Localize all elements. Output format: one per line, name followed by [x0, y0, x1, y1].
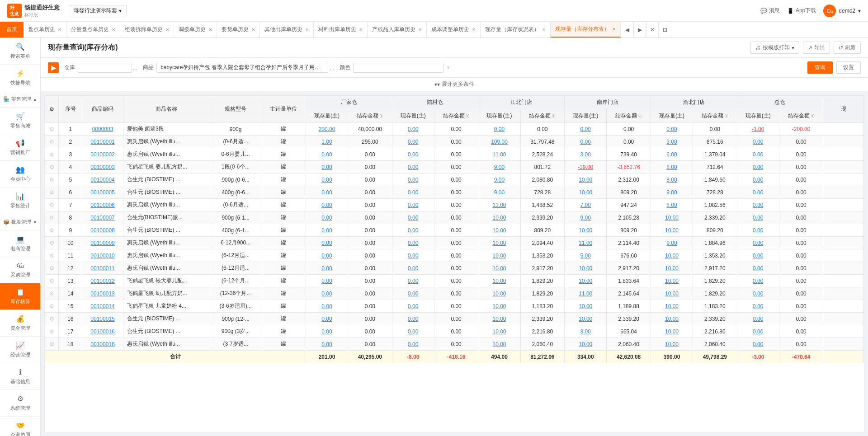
goods-dots[interactable]: ...: [330, 65, 334, 70]
cell-lc-qty[interactable]: 0.00: [392, 199, 434, 211]
warehouse-dots[interactable]: ...: [133, 65, 137, 71]
cell-yb-qty[interactable]: 0.00: [651, 123, 693, 136]
cell-na-qty[interactable]: -39.00: [565, 161, 607, 173]
sidebar-item-shortcut[interactable]: ⚡ 快捷导航: [0, 65, 40, 91]
row-settings-icon[interactable]: ⚙: [49, 341, 54, 347]
tab-prev-btn[interactable]: ◀: [621, 22, 633, 38]
cell-lc-qty[interactable]: 0.00: [392, 123, 434, 136]
cell-yb-qty[interactable]: 10.00: [651, 338, 693, 351]
cell-code[interactable]: 00100009: [82, 237, 123, 249]
cell-jb-qty[interactable]: 10.00: [478, 275, 520, 287]
close-icon[interactable]: ✕: [542, 27, 546, 32]
cell-na-qty[interactable]: 0.00: [565, 136, 607, 148]
cell-tot-qty[interactable]: 0.00: [737, 249, 779, 262]
tab-other-out[interactable]: 其他出库单历史 ✕: [260, 22, 314, 38]
settings-icon2[interactable]: ⚙: [49, 106, 54, 113]
row-settings-icon[interactable]: ⚙: [49, 126, 54, 132]
row-settings-icon[interactable]: ⚙: [49, 139, 54, 145]
tab-requisition[interactable]: 要货单历史 ✕: [217, 22, 260, 38]
cell-tot-qty[interactable]: 0.00: [737, 161, 779, 173]
close-icon[interactable]: ✕: [418, 27, 422, 32]
cell-settings[interactable]: ⚙: [45, 123, 59, 136]
cell-cj-qty[interactable]: 0.00: [306, 224, 348, 237]
cell-na-qty[interactable]: 10.00: [565, 275, 607, 287]
cell-settings[interactable]: ⚙: [45, 338, 59, 351]
cell-yb-qty[interactable]: 10.00: [651, 211, 693, 224]
cell-lc-qty[interactable]: 0.00: [392, 136, 434, 148]
cell-yb-qty[interactable]: 9.00: [651, 186, 693, 199]
cell-cj-qty[interactable]: 200.00: [306, 123, 348, 136]
cell-tot-qty[interactable]: 0.00: [737, 275, 779, 287]
tab-stock-status[interactable]: 现存量（库存状况表） ✕: [481, 22, 551, 38]
cell-tot-qty[interactable]: 0.00: [737, 325, 779, 338]
cell-lc-qty[interactable]: 0.00: [392, 338, 434, 351]
cell-cj-qty[interactable]: 0.00: [306, 161, 348, 173]
cell-jb-qty[interactable]: 10.00: [478, 211, 520, 224]
collapse-btn[interactable]: ▶: [48, 62, 59, 73]
cell-settings[interactable]: ⚙: [45, 148, 59, 161]
cell-jb-qty[interactable]: 10.00: [478, 287, 520, 300]
cell-code[interactable]: 00100007: [82, 211, 123, 224]
cell-tot-qty[interactable]: 0.00: [737, 300, 779, 313]
cell-settings[interactable]: ⚙: [45, 262, 59, 275]
sidebar-item-ecommerce[interactable]: 💻 电商管理: [0, 230, 40, 257]
cell-lc-qty[interactable]: 0.00: [392, 275, 434, 287]
tab-next-btn[interactable]: ▶: [633, 22, 646, 38]
close-icon[interactable]: ✕: [472, 27, 476, 32]
cell-na-qty[interactable]: 10.00: [565, 186, 607, 199]
cell-jb-qty[interactable]: 0.00: [478, 123, 520, 136]
close-icon[interactable]: ✕: [251, 27, 255, 32]
cell-settings[interactable]: ⚙: [45, 224, 59, 237]
cell-cj-qty[interactable]: 1.00: [306, 136, 348, 148]
close-icon[interactable]: ✕: [359, 27, 363, 32]
cell-cj-qty[interactable]: 0.00: [306, 262, 348, 275]
tab-product-in[interactable]: 产成品入库单历史 ✕: [368, 22, 427, 38]
refresh-btn[interactable]: ↺ 刷新: [834, 42, 861, 54]
cell-yb-qty[interactable]: 9.00: [651, 237, 693, 249]
sidebar-item-purchase[interactable]: 🛍 采购管理: [0, 257, 40, 283]
cell-settings[interactable]: ⚙: [45, 275, 59, 287]
close-icon[interactable]: ✕: [305, 27, 309, 32]
cell-jb-qty[interactable]: 9.00: [478, 161, 520, 173]
cell-tot-qty[interactable]: 0.00: [737, 136, 779, 148]
cell-cj-qty[interactable]: 0.00: [306, 199, 348, 211]
cell-lc-qty[interactable]: 0.00: [392, 325, 434, 338]
color-dropdown-icon[interactable]: ▾: [447, 65, 450, 70]
cell-cj-qty[interactable]: 0.00: [306, 173, 348, 186]
cell-settings[interactable]: ⚙: [45, 173, 59, 186]
close-icon[interactable]: ✕: [165, 27, 169, 32]
cell-tot-qty[interactable]: 0.00: [737, 148, 779, 161]
cell-lc-qty[interactable]: 0.00: [392, 287, 434, 300]
tab-menu-btn[interactable]: ⊡: [659, 22, 671, 38]
cell-yb-qty[interactable]: 10.00: [651, 262, 693, 275]
cell-cj-qty[interactable]: 0.00: [306, 325, 348, 338]
cell-na-qty[interactable]: 5.00: [565, 249, 607, 262]
cell-cj-qty[interactable]: 0.00: [306, 338, 348, 351]
cell-jb-qty[interactable]: 109.00: [478, 136, 520, 148]
row-settings-icon[interactable]: ⚙: [49, 240, 54, 246]
cell-settings[interactable]: ⚙: [45, 161, 59, 173]
sidebar-item-marketing[interactable]: 📢 营销推广: [0, 134, 40, 161]
cell-code[interactable]: 00100015: [82, 313, 123, 325]
color-input[interactable]: [353, 63, 443, 73]
cell-na-qty[interactable]: 3.00: [565, 148, 607, 161]
cell-na-qty[interactable]: 10.00: [565, 338, 607, 351]
row-settings-icon[interactable]: ⚙: [49, 328, 54, 335]
cell-na-qty[interactable]: 10.00: [565, 224, 607, 237]
cell-jb-qty[interactable]: 10.00: [478, 224, 520, 237]
cell-tot-qty[interactable]: 0.00: [737, 313, 779, 325]
cell-settings[interactable]: ⚙: [45, 287, 59, 300]
cell-tot-qty[interactable]: 0.00: [737, 287, 779, 300]
tab-stock-dist[interactable]: 现存量（库存分布表） ✕: [551, 22, 621, 38]
cell-jb-qty[interactable]: 11.00: [478, 148, 520, 161]
cell-jb-qty[interactable]: 10.00: [478, 262, 520, 275]
cell-tot-qty[interactable]: 0.00: [737, 173, 779, 186]
cell-jb-qty[interactable]: 10.00: [478, 300, 520, 313]
cell-yb-qty[interactable]: 8.00: [651, 161, 693, 173]
sidebar-item-retail-store[interactable]: 🛒 零售商城: [0, 108, 40, 134]
cell-lc-qty[interactable]: 0.00: [392, 211, 434, 224]
cell-lc-qty[interactable]: 0.00: [392, 224, 434, 237]
row-settings-icon[interactable]: ⚙: [49, 278, 54, 284]
cell-settings[interactable]: ⚙: [45, 186, 59, 199]
sidebar-item-retail-stats[interactable]: 📊 零售统计: [0, 188, 40, 214]
